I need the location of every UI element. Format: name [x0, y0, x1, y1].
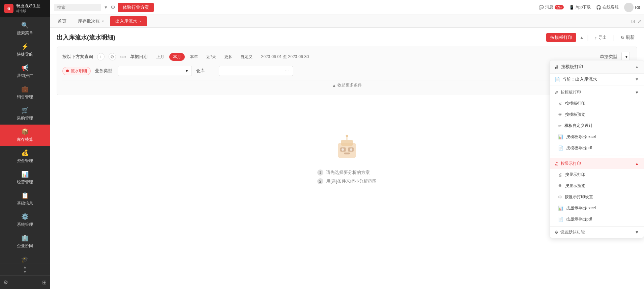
warehouse-dots[interactable]: ···: [285, 68, 290, 74]
user-item[interactable]: Rit: [624, 3, 640, 12]
biz-type-select[interactable]: ▼: [118, 66, 192, 76]
message-icon: 💬: [539, 5, 544, 10]
industry-btn[interactable]: 体验行业方案: [118, 3, 154, 12]
window-restore-icon[interactable]: ⊡: [631, 19, 635, 24]
date-range: 2023-06-01 至 2023-06-30: [261, 54, 309, 60]
warehouse-select[interactable]: ···: [219, 66, 293, 76]
current-chevron[interactable]: ▼: [635, 77, 639, 82]
tab-flowdetail[interactable]: 出入库流水 ×: [110, 16, 146, 26]
tabs-right: ⊡ ⤢: [631, 19, 641, 24]
active-filter-badge[interactable]: 流水明细: [62, 67, 91, 75]
sidebar-item-operation[interactable]: 📊 经营管理: [0, 167, 50, 188]
empty-illustration: [332, 134, 362, 164]
nav-label-inventory: 库存核算: [17, 137, 33, 142]
sidebar-scroll-up[interactable]: ▲: [23, 265, 27, 269]
item-icon-display-preview: 👁: [558, 183, 562, 188]
filter-collapse-arrows[interactable]: «»: [120, 54, 126, 60]
template-print-section-header[interactable]: 🖨 按模板打印 ▼: [550, 87, 644, 98]
search-input[interactable]: [54, 4, 101, 11]
filter-dot: [66, 70, 69, 72]
online-service-label: 在线客服: [603, 4, 619, 10]
template-section-chevron: ▼: [635, 90, 639, 95]
collapse-more-btn[interactable]: ▲ 收起更多条件: [62, 80, 632, 90]
phone-icon: 📱: [569, 5, 574, 10]
display-settings-label: 按显示打印设置: [565, 194, 593, 200]
item-icon-pdf: 📄: [558, 146, 563, 151]
sidebar-item-enterprise[interactable]: 🏢 企业协同: [0, 231, 50, 252]
sidebar-item-sales[interactable]: 💼 销售管理: [0, 82, 50, 103]
sidebar-item-marketing[interactable]: 📢 营销推广: [0, 61, 50, 82]
sidebar-item-inventory[interactable]: 📦 库存核算: [0, 125, 50, 146]
display-pdf-item[interactable]: 📄 按显示导出pdf: [550, 214, 644, 225]
template-print-chevron[interactable]: ▲: [580, 35, 584, 40]
template-custom-label: 模板自定义设计: [564, 123, 593, 129]
current-label: 当前：出入库流水: [562, 76, 597, 82]
headset-icon: 🎧: [596, 5, 601, 10]
app-download-item[interactable]: 📱 App下载: [569, 4, 591, 10]
date-tab-prev-month[interactable]: 上月: [153, 53, 167, 61]
search-dropdown-icon[interactable]: ▼: [104, 5, 108, 10]
biz-type-label: 业务类型: [95, 68, 114, 74]
sidebar-item-newbie[interactable]: 🎓 新手引导: [0, 252, 50, 263]
empty-step-1: 1 请先选择要分析的方案: [317, 169, 370, 176]
doc-type-dropdown-icon: ▼: [624, 54, 628, 59]
sidebar-item-purchase[interactable]: 🛒 采购管理: [0, 103, 50, 125]
main-area: ▼ ⚙ 体验行业方案 💬 消息 99+ 📱 App下载 🎧 在线客服 Rit: [50, 0, 644, 289]
display-print-item-label: 按显示打印: [565, 172, 585, 178]
sidebar-item-basic[interactable]: 📋 基础信息: [0, 188, 50, 210]
item-icon-print: 🖨: [558, 101, 562, 106]
nav-icon-system: ⚙️: [21, 213, 29, 220]
template-custom-item[interactable]: ✏ 模板自定义设计: [550, 120, 644, 131]
collapse-sidebar-icon[interactable]: ⊞: [42, 279, 47, 286]
edition-label: 标准版: [16, 9, 40, 14]
sidebar-item-system[interactable]: ⚙️ 系统管理: [0, 210, 50, 231]
template-pdf-item[interactable]: 📄 按模板导出pdf: [550, 142, 644, 154]
export-btn[interactable]: ↑ 导出: [592, 33, 610, 42]
dropdown-header-chevron[interactable]: ▲: [635, 64, 639, 69]
page-header: 出入库流水(流水明细) 按模板打印 ▲ | ↑ 导出 | ↻ 刷新: [57, 33, 637, 42]
tab-batch-close[interactable]: ×: [102, 19, 104, 23]
template-excel-label: 按模板导出excel: [566, 134, 596, 140]
sidebar-item-search[interactable]: 🔍 搜索菜单: [0, 18, 50, 40]
topbar-gear-icon[interactable]: ⚙: [111, 4, 115, 10]
template-preview-item[interactable]: 👁 按模板预览: [550, 109, 644, 120]
item-icon-preview: 👁: [558, 112, 562, 117]
company-name: 畅捷通好生意: [16, 3, 40, 9]
svg-rect-1: [341, 140, 353, 146]
display-excel-item[interactable]: 📊 按显示导出excel: [550, 203, 644, 214]
message-badge: 99+: [555, 5, 564, 9]
display-print-section-header[interactable]: 🖨 按显示打印 ▲: [550, 158, 644, 169]
dropdown-footer[interactable]: ⚙ 设置默认功能 ▼: [550, 226, 644, 238]
sidebar-item-shortcut[interactable]: ⚡ 快捷导航: [0, 40, 50, 61]
sidebar-scroll-down[interactable]: ▼: [23, 269, 27, 274]
date-tab-more[interactable]: 更多: [221, 53, 235, 61]
template-print-item[interactable]: 🖨 按模板打印: [550, 98, 644, 109]
window-maximize-icon[interactable]: ⤢: [637, 19, 641, 24]
display-print-item[interactable]: 🖨 按显示打印: [550, 169, 644, 180]
sidebar-item-finance[interactable]: 💰 资金管理: [0, 146, 50, 167]
tab-flowdetail-close[interactable]: ×: [139, 19, 141, 23]
refresh-icon: ↻: [621, 35, 624, 40]
display-preview-item[interactable]: 👁 按显示预览: [550, 180, 644, 191]
online-service-item[interactable]: 🎧 在线客服: [596, 4, 619, 10]
date-tab-current-year[interactable]: 本年: [187, 53, 201, 61]
template-pdf-label: 按模板导出pdf: [566, 145, 592, 151]
display-settings-item[interactable]: ⚙ 按显示打印设置: [550, 191, 644, 203]
tab-home[interactable]: 首页: [53, 16, 71, 26]
filter-setting-btn[interactable]: ⚙: [109, 53, 116, 60]
date-tab-custom[interactable]: 自定义: [237, 53, 256, 61]
nav-label-purchase: 采购管理: [17, 115, 33, 121]
print-icon-header: 🖨: [555, 64, 559, 70]
page-actions: 按模板打印 ▲ | ↑ 导出 | ↻ 刷新: [546, 33, 637, 42]
message-item[interactable]: 💬 消息 99+: [539, 4, 564, 10]
tab-batch[interactable]: 库存批次账 ×: [73, 16, 109, 26]
filter-add-btn[interactable]: +: [97, 53, 105, 60]
template-print-btn[interactable]: 按模板打印: [546, 33, 576, 42]
svg-rect-6: [344, 153, 350, 154]
template-preview-label: 按模板预览: [565, 112, 585, 117]
refresh-btn[interactable]: ↻ 刷新: [618, 33, 637, 42]
date-tab-current-month[interactable]: 本月: [169, 53, 185, 61]
settings-icon[interactable]: ⚙: [3, 279, 8, 286]
date-tab-last7days[interactable]: 近7天: [203, 53, 219, 61]
template-excel-item[interactable]: 📊 按模板导出excel: [550, 131, 644, 142]
